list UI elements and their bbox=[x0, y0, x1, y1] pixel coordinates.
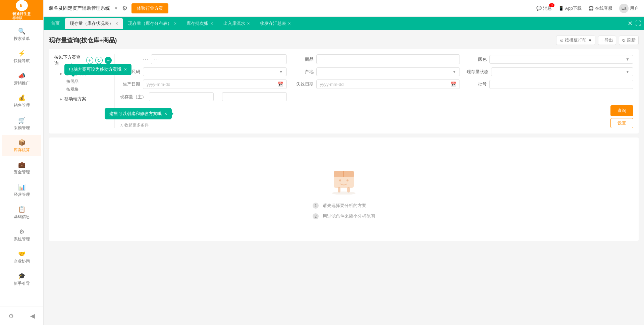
tab-batch[interactable]: 库存批次账 × bbox=[182, 18, 218, 29]
filter-row-2: 尺码 ▼ 产地 ▼ bbox=[120, 67, 633, 76]
calendar-icon-exp: 📅 bbox=[450, 82, 456, 87]
filter-row-1: ··· ··· 商品 ··· bbox=[120, 54, 633, 64]
sidebar-item-capital[interactable]: 💼 资金管理 bbox=[2, 157, 41, 178]
stock-dist-tab-label: 现存量（库存分布表） bbox=[128, 20, 172, 26]
topbar: 装备及固定资产辅助管理系统 ▼ ⚙ 体验行业方案 💬 消息 8 📱 App下载 … bbox=[44, 0, 644, 17]
tip-num-1: 1 bbox=[313, 203, 319, 209]
empty-illustration bbox=[324, 158, 364, 195]
origin-select[interactable]: ▼ bbox=[316, 67, 460, 76]
tree-arrow-desktop: ▶ bbox=[60, 72, 62, 75]
filter-add-btn[interactable]: + bbox=[86, 57, 93, 64]
sidebar-item-marketing[interactable]: 📣 营销推广 bbox=[2, 68, 41, 90]
filter-refresh-btn[interactable]: ↻ bbox=[95, 57, 102, 64]
tab-close-inout[interactable]: × bbox=[247, 21, 250, 26]
tab-inout[interactable]: 出入库流水 × bbox=[219, 18, 255, 29]
tooltip1-close[interactable]: × bbox=[124, 67, 127, 72]
app-logo: 6 畅通好生意 标准版 bbox=[0, 0, 43, 20]
sidebar-item-guide[interactable]: 🎓 新手引导 bbox=[2, 268, 41, 290]
empty-tips: 1 请先选择要分析的方案 2 用过滤条件来缩小分析范围 bbox=[313, 201, 375, 221]
refresh-btn[interactable]: ↻ 刷新 bbox=[619, 36, 639, 45]
exp-date-input[interactable]: yyyy-mm-dd 📅 bbox=[316, 79, 460, 89]
tooltip2-close[interactable]: × bbox=[164, 111, 167, 116]
export-btn[interactable]: ↑ 导出 bbox=[598, 36, 616, 45]
management-icon: 📊 bbox=[18, 183, 25, 191]
batch-no-input[interactable] bbox=[489, 80, 633, 89]
stock-icon: 📦 bbox=[18, 139, 25, 146]
stock-main-from[interactable] bbox=[149, 92, 214, 101]
size-select[interactable]: ▼ bbox=[143, 67, 287, 76]
sidebar-item-basic[interactable]: 📋 基础信息 bbox=[2, 202, 41, 223]
goods-input[interactable]: ··· bbox=[316, 54, 460, 64]
filter-field-origin: 产地 ▼ bbox=[293, 67, 460, 76]
exp-date-label: 失效日期 bbox=[293, 81, 314, 87]
stock-main-to[interactable] bbox=[222, 92, 287, 101]
content-area: 现存量查询(按仓库+商品) 🖨 按模板打印 ▼ ↑ 导出 ↻ 刷新 bbox=[44, 30, 644, 325]
tab-stock-status[interactable]: 现存量（库存状况表） × bbox=[65, 18, 123, 29]
guide-icon: 🎓 bbox=[18, 272, 25, 280]
filter-field-stock-main: 现存量（主） — bbox=[120, 92, 287, 101]
tab-home[interactable]: 首页 bbox=[46, 18, 64, 29]
notice-icon: 💬 bbox=[536, 6, 542, 11]
username-label: 用户 bbox=[630, 5, 639, 11]
sidebar-item-sales[interactable]: 💰 销售管理 bbox=[2, 90, 41, 112]
tab-expand-icon[interactable]: ⛶ bbox=[635, 20, 641, 27]
tab-close-all-icon[interactable]: ✕ bbox=[628, 20, 633, 27]
tab-close-batch[interactable]: × bbox=[210, 21, 213, 26]
calendar-icon-prod: 📅 bbox=[277, 82, 283, 87]
online-service-btn[interactable]: 🎧 在线客服 bbox=[588, 5, 612, 11]
set-btn[interactable]: 设置 bbox=[610, 118, 633, 128]
tab-receipt[interactable]: 收发存汇总表 × bbox=[255, 18, 296, 29]
mobile-scheme-item[interactable]: ▶ 移动端方案 bbox=[57, 95, 112, 103]
goods-label: 商品 bbox=[293, 56, 314, 62]
user-profile-btn[interactable]: Ea 用户 bbox=[619, 4, 639, 13]
scheme-subitem-by-spec[interactable]: 按规格 bbox=[57, 86, 112, 93]
collapse-sidebar-icon[interactable]: ◀ bbox=[29, 311, 36, 321]
query-btn[interactable]: 查询 bbox=[610, 105, 633, 116]
topbar-settings-icon[interactable]: ⚙ bbox=[122, 5, 127, 12]
main-area: 装备及固定资产辅助管理系统 ▼ ⚙ 体验行业方案 💬 消息 8 📱 App下载 … bbox=[44, 0, 644, 325]
industry-btn[interactable]: 体验行业方案 bbox=[131, 3, 168, 13]
settings-bottom-icon[interactable]: ⚙ bbox=[7, 311, 15, 321]
range-dash: — bbox=[216, 94, 220, 99]
sidebar-item-search[interactable]: 🔍 搜索菜单 bbox=[2, 23, 41, 45]
sales-icon: 💰 bbox=[18, 94, 25, 102]
tab-close-stock-status[interactable]: × bbox=[115, 21, 118, 26]
inout-tab-label: 出入库流水 bbox=[223, 20, 245, 26]
page-title: 现存量查询(按仓库+商品) bbox=[49, 36, 117, 44]
sidebar-item-quick[interactable]: ⚡ 快捷导航 bbox=[2, 46, 41, 67]
tab-close-stock-dist[interactable]: × bbox=[174, 21, 176, 26]
tab-close-receipt[interactable]: × bbox=[288, 21, 291, 26]
system-dropdown-icon[interactable]: ▼ bbox=[114, 6, 118, 11]
system-icon: ⚙ bbox=[19, 228, 24, 235]
sidebar-item-stock[interactable]: 📦 库存核算 bbox=[2, 135, 41, 156]
tabbar-btns: ✕ ⛶ bbox=[628, 20, 641, 27]
notice-btn[interactable]: 💬 消息 8 bbox=[536, 5, 552, 11]
tabbar: 首页 现存量（库存状况表） × 现存量（库存分布表） × 库存批次账 × 出入库… bbox=[44, 17, 644, 30]
headset-icon: 🎧 bbox=[588, 6, 594, 11]
filter-field-stock-status: 现存量状态 ▼ bbox=[467, 67, 633, 76]
print-btn[interactable]: 🖨 按模板打印 ▼ bbox=[556, 36, 595, 45]
sidebar-item-purchase[interactable]: 🛒 采购管理 bbox=[2, 113, 41, 134]
origin-chevron-icon: ▼ bbox=[452, 69, 456, 74]
tip-num-2: 2 bbox=[313, 213, 319, 219]
sidebar-item-system[interactable]: ⚙ 系统管理 bbox=[2, 224, 41, 246]
prod-date-input[interactable]: yyyy-mm-dd 📅 bbox=[143, 79, 287, 89]
filter-arrow-btn[interactable]: ← bbox=[105, 57, 112, 64]
app-name: 畅通好生意 标准版 bbox=[12, 12, 31, 20]
filter-bottom-row: ∧ 收起更多条件 查询 设置 bbox=[120, 105, 633, 128]
scheme-subitem-by-goods[interactable]: 按照品 bbox=[57, 78, 112, 86]
tooltip2: 这里可以创建和修改方案哦 × bbox=[105, 108, 172, 119]
capital-icon: 💼 bbox=[18, 161, 25, 168]
collapse-btn[interactable]: ∧ 收起更多条件 bbox=[120, 122, 149, 128]
app-download-btn[interactable]: 📱 App下载 bbox=[558, 5, 582, 11]
filter-right-panel: ··· ··· 商品 ··· bbox=[115, 54, 633, 128]
color-select[interactable]: ▼ bbox=[489, 55, 633, 64]
stock-status-select[interactable]: ▼ bbox=[491, 67, 633, 76]
tab-stock-dist[interactable]: 现存量（库存分布表） × bbox=[123, 18, 181, 29]
content-actions: 🖨 按模板打印 ▼ ↑ 导出 ↻ 刷新 bbox=[556, 36, 639, 45]
sidebar-item-cooperation[interactable]: 🤝 企业协同 bbox=[2, 246, 41, 268]
sidebar-item-management[interactable]: 📊 经营管理 bbox=[2, 179, 41, 201]
filter-field-size: 尺码 ▼ bbox=[120, 67, 287, 76]
warehouse-input[interactable]: ··· bbox=[151, 54, 286, 64]
warehouse-dots: ··· bbox=[143, 56, 148, 62]
